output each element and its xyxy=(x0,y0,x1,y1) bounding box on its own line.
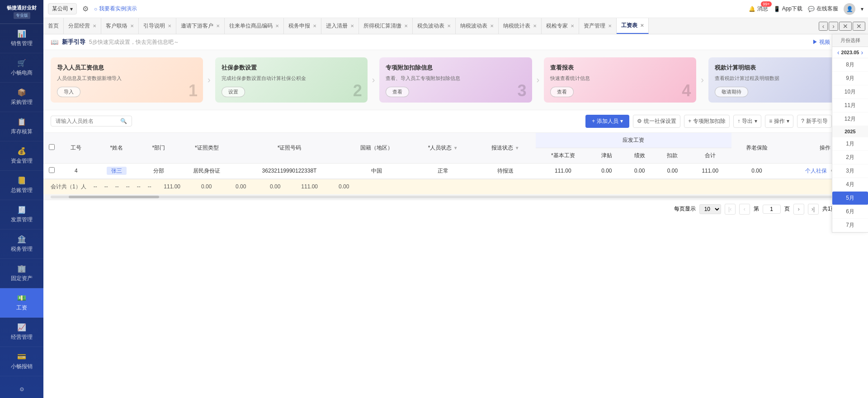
month-item-5-active[interactable]: 5月 xyxy=(832,192,868,205)
step-4-btn[interactable]: 查看 xyxy=(550,87,574,97)
prev-page-btn[interactable]: ‹ xyxy=(739,204,750,215)
personal-social-security-link[interactable]: 个人社保 xyxy=(805,168,827,174)
settings-gear-icon[interactable]: ⚙ xyxy=(80,3,90,15)
sidebar-item-ecommerce[interactable]: 🛒 小畅电商 xyxy=(0,53,43,83)
company-selector[interactable]: 某公司 ▾ xyxy=(48,3,77,14)
next-page-btn[interactable]: › xyxy=(793,204,804,215)
sidebar-item-tax[interactable]: 🏦 税务管理 xyxy=(0,229,43,259)
tab-income-tax[interactable]: 所得税汇算清缴 ✕ xyxy=(359,18,413,34)
tab-close-icon[interactable]: ✕ xyxy=(404,23,408,28)
tab-tax-stats[interactable]: 纳税统计表 ✕ xyxy=(499,18,542,34)
tab-home[interactable]: 首页 xyxy=(43,18,64,34)
tab-more-btn[interactable]: ✕ xyxy=(839,22,852,31)
month-item-12[interactable]: 12月 xyxy=(832,112,868,126)
sidebar-item-finance[interactable]: 💰 资金管理 xyxy=(0,141,43,171)
messages-btn[interactable]: 🔔 消息 99+ xyxy=(749,5,768,13)
year-next-btn[interactable]: › xyxy=(861,49,863,56)
tab-close-icon[interactable]: ✕ xyxy=(93,23,96,28)
tab-layered[interactable]: 分层经营 ✕ xyxy=(64,18,101,34)
add-person-button[interactable]: + 添加人员 ▾ xyxy=(585,115,629,128)
month-item-9[interactable]: 9月 xyxy=(832,72,868,85)
onboarding-btn[interactable]: ? 新手引导 xyxy=(797,115,832,128)
tab-clearance[interactable]: 进入清册 ✕ xyxy=(321,18,359,34)
tab-tax-declare[interactable]: 税务申报 ✕ xyxy=(284,18,321,34)
filter-icon[interactable]: ▼ xyxy=(453,145,458,150)
sidebar-item-basic[interactable]: 📝 基础信息 xyxy=(0,376,43,381)
tab-close-icon[interactable]: ✕ xyxy=(608,23,612,28)
tab-close-icon[interactable]: ✕ xyxy=(216,23,220,28)
operations-btn[interactable]: ≡ 操作 ▾ xyxy=(765,115,793,128)
sidebar-item-sales[interactable]: 📊 销售管理 xyxy=(0,24,43,53)
tab-close-icon[interactable]: ✕ xyxy=(447,23,451,28)
select-all-checkbox[interactable] xyxy=(49,144,55,150)
tab-tax-expert[interactable]: 税检专家 ✕ xyxy=(542,18,579,34)
tab-close-icon[interactable]: ✕ xyxy=(571,23,574,28)
page-size-select[interactable]: 10 20 50 xyxy=(699,204,721,214)
tab-invite[interactable]: 邀请下游客户 ✕ xyxy=(176,18,225,34)
tab-close-all-btn[interactable]: ✕ xyxy=(853,22,865,31)
month-item-2[interactable]: 2月 xyxy=(832,151,868,164)
month-item-6[interactable]: 6月 xyxy=(832,205,868,219)
tab-close-icon[interactable]: ✕ xyxy=(350,23,354,28)
sidebar-item-inventory[interactable]: 📋 库存核算 xyxy=(0,112,43,141)
user-menu-btn[interactable]: ▾ xyxy=(861,6,863,12)
video-link[interactable]: ▶ 视频 xyxy=(812,38,830,46)
filter-icon[interactable]: ▼ xyxy=(515,145,519,150)
tab-close-icon[interactable]: ✕ xyxy=(130,23,134,28)
tab-prev-btn[interactable]: ‹ xyxy=(819,22,828,31)
sidebar-item-assets[interactable]: 🏢 固定资产 xyxy=(0,259,43,288)
settings-btn[interactable]: ⚙ xyxy=(0,381,43,398)
online-service-btn[interactable]: 💬 在线客服 xyxy=(808,5,838,13)
social-security-settings-btn[interactable]: ⚙ 统一社保设置 xyxy=(633,115,680,128)
tab-close-icon[interactable]: ✕ xyxy=(533,23,537,28)
export-btn[interactable]: ↑ 导出 ▾ xyxy=(733,115,761,128)
month-item-1[interactable]: 1月 xyxy=(832,137,868,151)
step-5-btn[interactable]: 敬请期待 xyxy=(715,87,748,97)
page-input[interactable] xyxy=(763,205,781,214)
tab-close-icon[interactable]: ✕ xyxy=(168,23,171,28)
tab-close-icon[interactable]: ✕ xyxy=(490,23,494,28)
scrollbar-thumb[interactable] xyxy=(69,196,159,198)
last-page-btn[interactable]: ›| xyxy=(808,204,819,215)
step-2-btn[interactable]: 设置 xyxy=(222,87,245,97)
tab-next-btn[interactable]: › xyxy=(829,22,838,31)
tab-product-code[interactable]: 往来单位商品编码 ✕ xyxy=(225,18,284,34)
month-item-11[interactable]: 11月 xyxy=(832,99,868,112)
avatar[interactable]: 👤 xyxy=(844,3,855,15)
sidebar-item-expense[interactable]: 💳 小畅报销 xyxy=(0,347,43,376)
tab-tax-fluctuation[interactable]: 纳税波动表 ✕ xyxy=(456,18,499,34)
expense-icon: 💳 xyxy=(17,352,26,361)
tab-guide[interactable]: 引导说明 ✕ xyxy=(139,18,176,34)
step-3-btn[interactable]: 查看 xyxy=(386,87,409,97)
app-download-btn[interactable]: 📱 App下载 xyxy=(774,5,802,13)
month-item-8[interactable]: 8月 xyxy=(832,58,868,72)
search-icon[interactable]: 🔍 xyxy=(120,118,127,124)
sidebar-item-purchase[interactable]: 📦 采购管理 xyxy=(0,83,43,112)
sidebar-item-management[interactable]: 📈 经营管理 xyxy=(0,318,43,347)
month-item-4[interactable]: 4月 xyxy=(832,178,868,192)
tab-salary[interactable]: 工资表 ✕ xyxy=(617,18,649,34)
row-checkbox[interactable] xyxy=(49,167,55,173)
sidebar-item-invoice[interactable]: 🧾 发票管理 xyxy=(0,200,43,229)
special-deduction-btn[interactable]: + 专项附加扣除 xyxy=(684,115,730,128)
tab-assets[interactable]: 资产管理 ✕ xyxy=(579,18,617,34)
tab-customer[interactable]: 客户联络 ✕ xyxy=(101,18,139,34)
first-page-btn[interactable]: |‹ xyxy=(725,204,736,215)
th-checkbox xyxy=(43,133,60,164)
search-input[interactable] xyxy=(56,118,118,124)
demo-link[interactable]: ○ 我要看实例演示 xyxy=(94,5,137,13)
tab-close-icon[interactable]: ✕ xyxy=(275,23,279,28)
sidebar-item-ledger[interactable]: 📒 总账管理 xyxy=(0,171,43,200)
month-item-3[interactable]: 3月 xyxy=(832,164,868,178)
month-item-7[interactable]: 7月 xyxy=(832,219,868,232)
cell-report-status: 待报送 xyxy=(475,163,536,178)
tab-close-icon[interactable]: ✕ xyxy=(313,23,316,28)
message-badge: 99+ xyxy=(761,1,771,7)
tab-tax-burden[interactable]: 税负波动表 ✕ xyxy=(413,18,456,34)
sidebar-item-salary[interactable]: 💵 工资 xyxy=(0,288,43,318)
step-1-btn[interactable]: 导入 xyxy=(57,87,80,97)
horizontal-scrollbar[interactable] xyxy=(43,194,868,200)
th-dept: *部门 xyxy=(141,133,177,164)
month-item-10[interactable]: 10月 xyxy=(832,85,868,99)
tab-close-icon[interactable]: ✕ xyxy=(640,23,644,28)
